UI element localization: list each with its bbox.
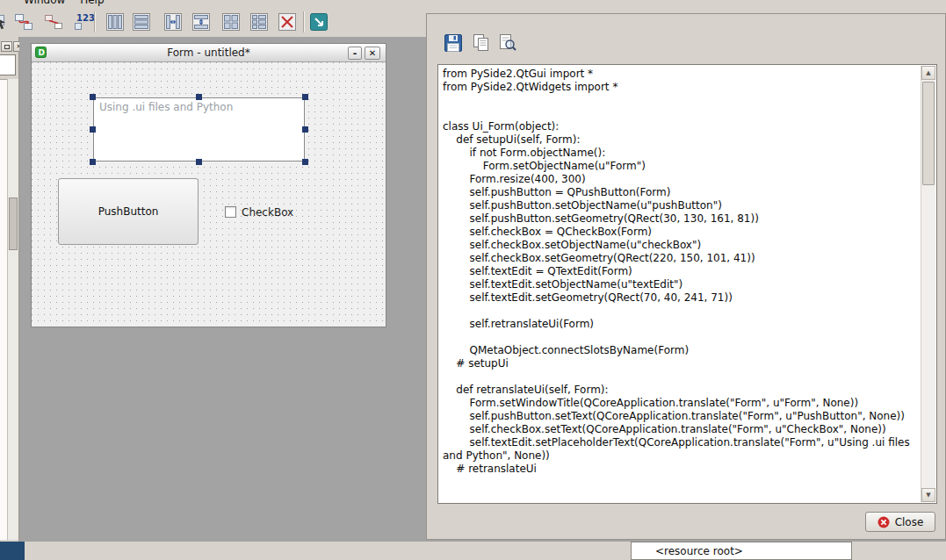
widget-box-dock-fragment: ✕ bbox=[0, 37, 19, 542]
resource-browser-fragment: <resource root> bbox=[631, 542, 852, 560]
form-window-title: Form - untitled* bbox=[32, 47, 386, 59]
selection-handle[interactable] bbox=[196, 94, 202, 100]
dock-scrollbar-thumb[interactable] bbox=[9, 197, 18, 250]
close-button[interactable]: ✕ bbox=[365, 47, 380, 60]
widget-tool-icon[interactable] bbox=[0, 11, 10, 32]
minimize-button[interactable]: - bbox=[348, 47, 362, 60]
signals-slots-icon[interactable] bbox=[13, 11, 34, 32]
close-button-label: Close bbox=[895, 516, 924, 528]
toolbar-separator bbox=[94, 11, 96, 32]
code-line: self.pushButton.setObjectName(u"pushButt… bbox=[443, 199, 919, 212]
lay-out-vertically-icon[interactable] bbox=[131, 11, 152, 32]
lay-out-horizontally-icon[interactable] bbox=[105, 11, 126, 32]
qt-designer-window: Window Help 123 bbox=[0, 0, 946, 560]
selection-handle[interactable] bbox=[196, 159, 202, 165]
code-line: and Python", None)) bbox=[443, 449, 919, 463]
dock-scrollbar[interactable] bbox=[7, 79, 18, 540]
pushbutton-widget[interactable]: PushButton bbox=[58, 178, 199, 245]
checkbox-widget[interactable]: CheckBox bbox=[225, 194, 321, 230]
code-line bbox=[443, 331, 919, 344]
code-text-area[interactable]: from PySide2.QtGui import *from PySide2.… bbox=[437, 64, 937, 504]
selection-handle[interactable] bbox=[90, 159, 96, 165]
toolbar-separator bbox=[303, 11, 305, 32]
code-line: from PySide2.QtGui import * bbox=[443, 68, 919, 81]
code-line: Form.setObjectName(u"Form") bbox=[443, 160, 919, 173]
code-line: self.pushButton = QPushButton(Form) bbox=[443, 186, 919, 199]
copy-icon[interactable] bbox=[471, 32, 492, 54]
code-scrollbar-thumb[interactable] bbox=[922, 82, 935, 185]
form-canvas[interactable]: Using .ui files and Python PushButton Ch… bbox=[32, 62, 386, 327]
code-line: self.checkBox.setGeometry(QRect(220, 150… bbox=[443, 252, 919, 265]
checkbox-indicator[interactable] bbox=[225, 206, 236, 218]
textedit-widget[interactable]: Using .ui files and Python bbox=[93, 97, 305, 162]
code-line: self.checkBox.setText(QCoreApplication.t… bbox=[443, 423, 919, 436]
float-icon bbox=[4, 45, 10, 49]
scroll-up-icon[interactable]: ▲ bbox=[921, 66, 935, 80]
tab-order-icon[interactable]: 123 bbox=[73, 11, 94, 32]
dock-float-button[interactable] bbox=[1, 41, 12, 52]
adjust-size-icon[interactable] bbox=[308, 11, 329, 32]
code-line: class Ui_Form(object): bbox=[443, 120, 919, 133]
selection-handle[interactable] bbox=[302, 94, 308, 100]
code-line: self.checkBox.setObjectName(u"checkBox") bbox=[443, 239, 919, 252]
menu-window[interactable]: Window bbox=[24, 0, 65, 6]
taskbar-fragment bbox=[0, 542, 25, 560]
checkbox-label: CheckBox bbox=[242, 206, 293, 219]
code-content: from PySide2.QtGui import *from PySide2.… bbox=[439, 65, 921, 502]
scroll-down-icon[interactable]: ▼ bbox=[921, 488, 935, 502]
code-line: Form.resize(400, 300) bbox=[443, 173, 919, 186]
code-line: self.retranslateUi(Form) bbox=[443, 318, 919, 331]
code-line: self.textEdit.setObjectName(u"textEdit") bbox=[443, 278, 919, 291]
selection-handle[interactable] bbox=[90, 94, 96, 100]
selection-handle[interactable] bbox=[302, 159, 308, 165]
code-line: def retranslateUi(self, Form): bbox=[443, 384, 919, 397]
code-line: Form.setWindowTitle(QCoreApplication.tra… bbox=[443, 397, 919, 410]
code-line: if not Form.objectName(): bbox=[443, 147, 919, 160]
buddies-icon[interactable] bbox=[43, 11, 64, 32]
textedit-placeholder: Using .ui files and Python bbox=[93, 97, 305, 162]
form-designer-window: D Form - untitled* - ✕ Using .ui files a… bbox=[31, 43, 386, 327]
code-line: self.pushButton.setGeometry(QRect(30, 13… bbox=[443, 212, 919, 226]
code-line: self.checkBox = QCheckBox(Form) bbox=[443, 226, 919, 239]
widget-filter-input[interactable] bbox=[0, 54, 16, 75]
widget-list-fragment bbox=[0, 79, 7, 540]
code-line bbox=[443, 94, 919, 107]
form-titlebar[interactable]: D Form - untitled* - ✕ bbox=[32, 44, 386, 62]
svg-text:123: 123 bbox=[76, 13, 94, 23]
code-line: self.textEdit.setPlaceholderText(QCoreAp… bbox=[443, 436, 919, 449]
menu-help[interactable]: Help bbox=[80, 0, 104, 6]
break-layout-icon[interactable] bbox=[277, 11, 298, 32]
lay-out-in-form-layout-icon[interactable] bbox=[249, 11, 270, 32]
selection-handle[interactable] bbox=[302, 126, 308, 133]
code-line bbox=[443, 370, 919, 384]
code-line: # setupUi bbox=[443, 357, 919, 370]
code-scrollbar[interactable]: ▲ ▼ bbox=[921, 66, 935, 502]
menubar: Window Help bbox=[0, 0, 946, 7]
code-line: # retranslateUi bbox=[443, 463, 919, 476]
code-line: self.pushButton.setText(QCoreApplication… bbox=[443, 410, 919, 423]
code-line: QMetaObject.connectSlotsByName(Form) bbox=[443, 344, 919, 357]
code-line bbox=[443, 305, 919, 318]
lay-out-horizontally-in-splitter-icon[interactable] bbox=[162, 11, 184, 32]
find-icon[interactable] bbox=[497, 32, 518, 54]
selection-handle[interactable] bbox=[90, 126, 96, 133]
code-line bbox=[443, 107, 919, 120]
code-line: self.textEdit.setGeometry(QRect(70, 40, … bbox=[443, 291, 919, 305]
close-circle-icon bbox=[877, 516, 890, 528]
lay-out-in-grid-icon[interactable] bbox=[220, 11, 242, 32]
save-icon[interactable] bbox=[443, 32, 464, 54]
code-preview-dialog: from PySide2.QtGui import *from PySide2.… bbox=[426, 13, 946, 540]
dialog-close-button[interactable]: Close bbox=[865, 512, 935, 532]
code-line: self.textEdit = QTextEdit(Form) bbox=[443, 265, 919, 278]
code-line: from PySide2.QtWidgets import * bbox=[443, 81, 919, 94]
lay-out-vertically-in-splitter-icon[interactable] bbox=[191, 11, 212, 32]
resource-root-item[interactable]: <resource root> bbox=[655, 545, 743, 557]
code-line: def setupUi(self, Form): bbox=[443, 133, 919, 147]
